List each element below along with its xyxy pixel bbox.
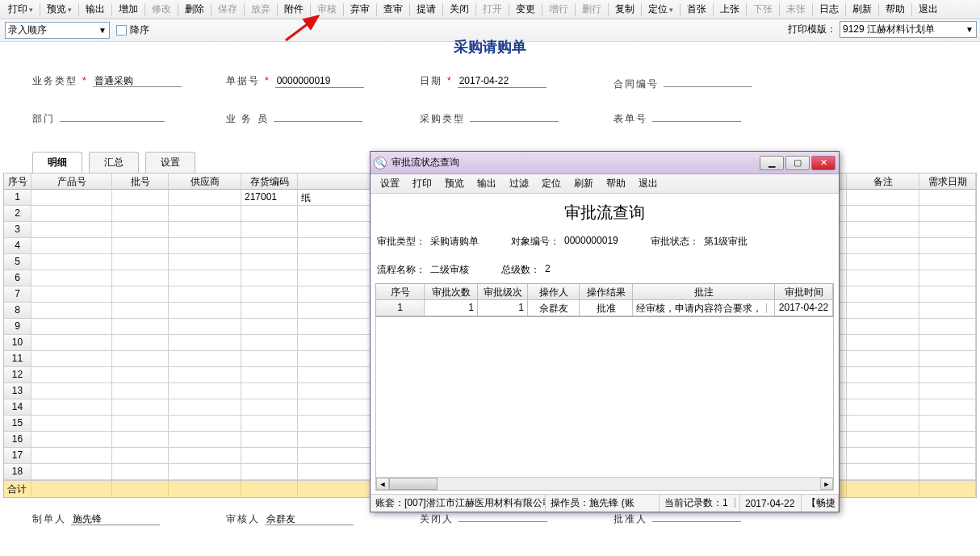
- toolbar-增加[interactable]: 增加: [114, 1, 143, 18]
- col-result[interactable]: 操作结果: [580, 284, 633, 300]
- cell: [919, 270, 976, 286]
- toolbar-separator: [78, 3, 79, 16]
- close-button[interactable]: ✕: [811, 156, 836, 170]
- toolbar-separator: [244, 3, 245, 16]
- cell: [112, 367, 169, 383]
- sum-label: 合计: [4, 481, 31, 497]
- table-row[interactable]: 1 1 1 佘群友 批准 经审核，申请内容符合要求，┊ 2017-04-22: [376, 300, 833, 316]
- scroll-thumb[interactable]: [389, 478, 438, 490]
- minimize-button[interactable]: ▁: [760, 156, 784, 170]
- tab-summary[interactable]: 汇总: [89, 152, 139, 173]
- col-seq[interactable]: 序号: [376, 284, 425, 300]
- dlg-toolbar-退出[interactable]: 退出: [632, 175, 664, 192]
- cell: [241, 464, 298, 480]
- clerk-input[interactable]: [274, 109, 362, 122]
- col-count[interactable]: 审批次数: [425, 284, 478, 300]
- docno-input[interactable]: 0000000019: [275, 75, 364, 88]
- scroll-left-icon[interactable]: ◄: [376, 478, 389, 490]
- toolbar-separator: [779, 3, 780, 16]
- toolbar-刷新[interactable]: 刷新: [848, 1, 877, 18]
- toolbar-定位[interactable]: 定位: [643, 1, 678, 18]
- date-input[interactable]: 2017-04-22: [458, 75, 547, 88]
- maximize-button[interactable]: ▢: [785, 156, 810, 170]
- value: 0000000019: [564, 235, 618, 249]
- cell: [919, 448, 976, 464]
- col-supplier[interactable]: 供应商: [169, 173, 241, 190]
- cell: [919, 286, 976, 303]
- label: 业 务 员: [226, 112, 269, 126]
- cell: [241, 206, 298, 222]
- toolbar-变更[interactable]: 变更: [511, 1, 540, 18]
- toolbar-separator: [812, 3, 813, 16]
- dlg-toolbar-预览[interactable]: 预览: [438, 175, 471, 192]
- toolbar-帮助[interactable]: 帮助: [881, 1, 910, 18]
- purchase-type-input[interactable]: [470, 109, 559, 122]
- cell: [919, 254, 976, 270]
- cell: [31, 254, 112, 270]
- cell: [847, 351, 919, 367]
- status-account: 账套：[007]潜江市江赫医用材料有限公司: [371, 495, 546, 512]
- sort-combo[interactable]: 录入顺序 ▼: [5, 22, 110, 39]
- cell: [847, 432, 919, 448]
- dlg-toolbar-过滤[interactable]: 过滤: [503, 175, 535, 192]
- toolbar-附件[interactable]: 附件: [279, 1, 308, 18]
- dlg-toolbar-设置[interactable]: 设置: [374, 175, 406, 192]
- toolbar-退出[interactable]: 退出: [914, 1, 943, 18]
- cell: [112, 286, 169, 303]
- cell: [241, 432, 298, 448]
- sort-combo-value: 录入顺序: [8, 23, 47, 37]
- tab-detail[interactable]: 明细: [32, 152, 82, 173]
- desc-checkbox[interactable]: [116, 25, 127, 36]
- dept-input[interactable]: [60, 109, 165, 122]
- col-prod[interactable]: 产品号: [31, 173, 112, 190]
- horizontal-scrollbar[interactable]: ◄ ►: [376, 477, 833, 490]
- contract-input[interactable]: [664, 74, 752, 87]
- toolbar-输出[interactable]: 输出: [81, 1, 110, 18]
- cell: [241, 286, 298, 303]
- field-purchase-type: 采购类型: [420, 109, 581, 126]
- toolbar-上张[interactable]: 上张: [715, 1, 744, 18]
- toolbar-首张[interactable]: 首张: [682, 1, 711, 18]
- required-icon: *: [447, 75, 451, 86]
- dialog-titlebar[interactable]: 🔍 审批流状态查询 ▁ ▢ ✕: [371, 152, 839, 174]
- toolbar-日志[interactable]: 日志: [815, 1, 844, 18]
- toolbar-弃审[interactable]: 弃审: [346, 1, 375, 18]
- label: 合同编号: [614, 77, 659, 91]
- col-idx[interactable]: 序号: [4, 173, 31, 190]
- formno-input[interactable]: [652, 109, 741, 122]
- toolbar-查审[interactable]: 查审: [379, 1, 408, 18]
- col-date[interactable]: 需求日期: [919, 173, 976, 190]
- dlg-toolbar-打印[interactable]: 打印: [406, 175, 438, 192]
- toolbar-separator: [310, 3, 311, 16]
- col-operator[interactable]: 操作人: [528, 284, 580, 300]
- col-time[interactable]: 审批时间: [775, 284, 833, 300]
- biz-type-input[interactable]: 普通采购: [93, 74, 182, 87]
- cell: [847, 416, 919, 432]
- toolbar-separator: [343, 3, 344, 16]
- scroll-right-icon[interactable]: ►: [820, 478, 833, 490]
- toolbar-separator: [409, 3, 410, 16]
- tab-settings[interactable]: 设置: [145, 152, 195, 173]
- cell: 5: [4, 254, 31, 270]
- toolbar-复制[interactable]: 复制: [610, 1, 639, 18]
- cell: [919, 351, 976, 367]
- toolbar-提请[interactable]: 提请: [412, 1, 441, 18]
- dlg-toolbar-帮助[interactable]: 帮助: [600, 175, 632, 192]
- dlg-toolbar-刷新[interactable]: 刷新: [567, 175, 600, 192]
- col-note[interactable]: 备注: [847, 173, 919, 190]
- toolbar-关闭[interactable]: 关闭: [445, 1, 474, 18]
- dlg-toolbar-输出[interactable]: 输出: [471, 175, 503, 192]
- cell: [112, 399, 169, 416]
- toolbar-删除[interactable]: 删除: [180, 1, 209, 18]
- toolbar-预览[interactable]: 预览: [42, 1, 77, 18]
- required-icon: *: [265, 75, 269, 86]
- col-inv[interactable]: 存货编码: [241, 173, 298, 190]
- label: 流程名称：: [377, 263, 425, 277]
- toolbar-打印[interactable]: 打印: [3, 1, 38, 18]
- print-template-combo[interactable]: 9129 江赫材料计划单 ▼: [840, 21, 977, 38]
- col-comment[interactable]: 批注: [633, 284, 775, 300]
- cell: [31, 190, 112, 206]
- col-batch[interactable]: 批号: [112, 173, 169, 190]
- dlg-toolbar-定位[interactable]: 定位: [535, 175, 567, 192]
- col-level[interactable]: 审批级次: [478, 284, 528, 300]
